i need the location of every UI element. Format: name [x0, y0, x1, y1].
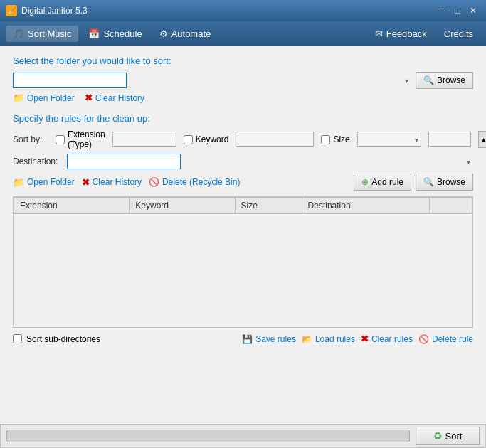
menu-automate[interactable]: ⚙ Automate: [152, 26, 218, 42]
browse2-icon: 🔍: [423, 177, 434, 187]
rules-folder-icon: 📁: [13, 177, 24, 188]
keyword-input[interactable]: [236, 132, 314, 147]
extension-checkbox[interactable]: [56, 135, 65, 144]
folder-clear-history-button[interactable]: ✖ Clear History: [85, 92, 144, 103]
progress-bar: [6, 430, 410, 442]
rules-section: Specify the rules for the clean up: Sort…: [13, 113, 473, 344]
col-extra: [430, 198, 472, 214]
menu-bar: 🎵 Sort Music 📅 Schedule ⚙ Automate ✉ Fee…: [0, 21, 486, 46]
x-icon: ✖: [85, 92, 93, 103]
rules-x-icon: ✖: [82, 177, 90, 188]
add-icon: ⊕: [361, 177, 369, 187]
sort-button[interactable]: ♻ Sort: [416, 427, 480, 445]
calendar-icon: 📅: [88, 28, 100, 39]
keyword-checkbox[interactable]: [184, 135, 193, 144]
keyword-label: Keyword: [196, 134, 229, 144]
clear-rules-button[interactable]: ✖ Clear rules: [361, 334, 413, 344]
gear-icon: ⚙: [159, 28, 168, 39]
sort-subdirs-checkbox[interactable]: [13, 334, 22, 343]
folder-icon: 📁: [13, 92, 24, 103]
folder-open-button[interactable]: 📁 Open Folder: [13, 92, 75, 103]
rules-browse-button[interactable]: 🔍 Browse: [416, 174, 473, 191]
menu-feedback[interactable]: ✉ Feedback: [368, 26, 434, 42]
sort-bar: ♻ Sort: [0, 424, 486, 448]
title-bar: 🧹 Digital Janitor 5.3 ─ □ ✕: [0, 0, 486, 21]
size-unit-select[interactable]: KB MB GB: [357, 132, 421, 147]
app-title: Digital Janitor 5.3: [21, 6, 88, 16]
rules-clear-history-button[interactable]: ✖ Clear History: [82, 177, 142, 188]
bottom-section: Sort sub-directories 💾 Save rules 📂 Load…: [13, 334, 473, 344]
rules-section-title: Specify the rules for the clean up:: [13, 113, 473, 124]
destination-label: Destination:: [13, 156, 63, 166]
close-button[interactable]: ✕: [466, 4, 480, 18]
sort-green-icon: ♻: [433, 430, 443, 442]
delete-rule-button[interactable]: 🚫 Delete rule: [418, 334, 473, 344]
clear-x-icon: ✖: [361, 334, 369, 344]
add-rule-button[interactable]: ⊕ Add rule: [354, 174, 411, 191]
minimize-button[interactable]: ─: [435, 4, 449, 18]
col-keyword: Keyword: [130, 198, 235, 214]
rules-table: Extension Keyword Size Destination: [14, 197, 472, 214]
main-content: Select the folder you would like to sort…: [0, 46, 486, 448]
size-stepper[interactable]: ▲▼: [478, 131, 486, 148]
load-icon: 📂: [302, 334, 312, 344]
maximize-button[interactable]: □: [450, 4, 465, 18]
size-checkbox[interactable]: [321, 135, 330, 144]
delete-recycle-button[interactable]: 🚫 Delete (Recycle Bin): [149, 177, 240, 187]
extension-input[interactable]: [112, 132, 176, 147]
rules-table-container[interactable]: Extension Keyword Size Destination: [13, 196, 473, 328]
size-value-input[interactable]: [428, 132, 471, 147]
save-rules-button[interactable]: 💾 Save rules: [242, 334, 296, 344]
delete-icon: 🚫: [149, 177, 159, 187]
sort-subdirs-label: Sort sub-directories: [26, 334, 100, 344]
rules-open-folder-button[interactable]: 📁 Open Folder: [13, 177, 75, 188]
col-size: Size: [235, 198, 302, 214]
app-icon: 🧹: [6, 5, 17, 16]
destination-input[interactable]: [67, 154, 181, 169]
menu-credits[interactable]: Credits: [437, 26, 480, 42]
col-destination: Destination: [302, 198, 429, 214]
extension-label: Extension (Type): [68, 129, 105, 149]
sortby-label: Sort by:: [13, 134, 48, 144]
folder-section-title: Select the folder you would like to sort…: [13, 55, 473, 66]
load-rules-button[interactable]: 📂 Load rules: [302, 334, 355, 344]
del-rule-icon: 🚫: [418, 334, 429, 344]
menu-sort-music[interactable]: 🎵 Sort Music: [6, 26, 78, 42]
menu-schedule[interactable]: 📅 Schedule: [81, 26, 149, 42]
browse-icon: 🔍: [423, 75, 434, 85]
folder-input[interactable]: [13, 73, 127, 88]
folder-section: Select the folder you would like to sort…: [13, 55, 473, 103]
note-icon: 🎵: [13, 28, 24, 39]
folder-browse-button[interactable]: 🔍 Browse: [416, 72, 473, 89]
col-extension: Extension: [14, 198, 130, 214]
save-icon: 💾: [242, 334, 253, 344]
size-label: Size: [333, 134, 349, 144]
envelope-icon: ✉: [375, 28, 383, 39]
